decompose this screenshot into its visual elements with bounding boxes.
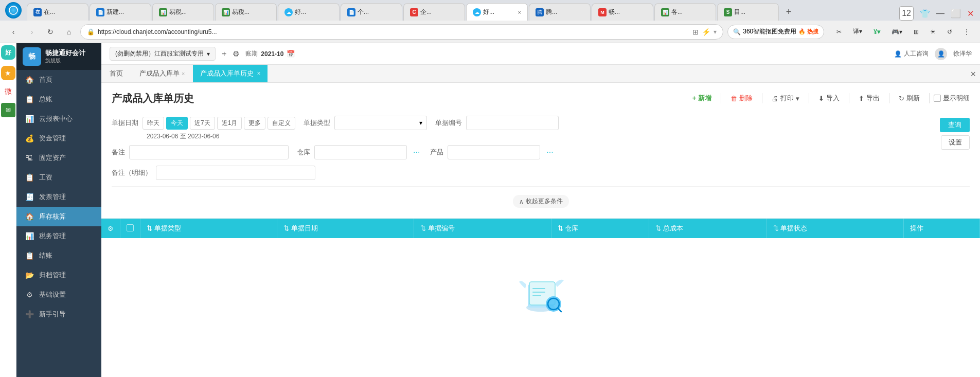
url-bar[interactable]: 🔒 https://cloud.chanjet.com/accounting/u… [80,24,723,40]
sidebar-item-inventory[interactable]: 🏠 库存核算 [16,207,101,226]
th-no[interactable]: ⇅ 单据编号 [414,219,551,238]
star-icon[interactable]: ★ [1,66,15,80]
remark-input[interactable] [129,145,289,159]
tab-1[interactable]: 在 在... [27,3,88,21]
th-total-cost[interactable]: ⇅ 总成本 [649,219,767,238]
sidebar-item-invoice[interactable]: 🧾 发票管理 [16,187,101,207]
apps-btn[interactable]: ⊞ [910,25,923,39]
weibo-icon[interactable]: 微 [1,84,15,99]
tab-8[interactable]: ☁ 好... × [466,3,528,21]
tab-9[interactable]: 腾 腾... [529,3,591,21]
rotate-back-btn[interactable]: ↺ [943,25,956,39]
tab-close-side-btn[interactable]: × [966,65,980,84]
sidebar-item-cloud-reports[interactable]: 📊 云报表中心 [16,109,101,129]
game-btn[interactable]: 🎮▾ [887,25,906,39]
sidebar-item-basic-settings[interactable]: ⚙ 基础设置 [16,285,101,304]
import-btn[interactable]: ⬇ 导入 [813,91,845,105]
browser-logo[interactable] [5,2,22,19]
translate-btn[interactable]: 译▾ [849,25,866,39]
forward-btn[interactable]: › [25,25,39,39]
date-btn-yesterday[interactable]: 昨天 [142,117,164,130]
export-btn[interactable]: ⬆ 导出 [853,91,885,105]
settings-btn[interactable]: ⋮ [959,25,974,39]
query-btn[interactable]: 查询 [940,118,970,132]
sidebar-item-payroll[interactable]: 📋 工资 [16,168,101,187]
home-btn[interactable]: ⌂ [62,25,76,39]
tab-11[interactable]: 📊 各... [654,3,716,21]
voucher-no-input[interactable] [466,116,559,130]
user-consult-btn[interactable]: 👤 人工咨询 [894,49,929,58]
search-box[interactable]: 🔍 360智能抠图免费用 🔥 热搜 [727,25,824,39]
date-btn-more[interactable]: 更多 [244,117,265,130]
add-company-btn[interactable]: + [222,49,226,59]
tab-counter[interactable]: 12 [899,6,914,21]
app-logo-icon[interactable]: 好 [1,45,15,60]
active-page-tab[interactable]: 产成品入库单历史 × [193,65,268,82]
product-dots[interactable]: ··· [544,148,555,157]
th-checkbox[interactable] [120,219,140,238]
refresh-btn[interactable]: ↻ 刷新 [894,91,925,105]
warehouse-input[interactable] [314,145,407,159]
brightness-btn[interactable]: ☀ [926,25,940,39]
company-selector[interactable]: (勿删勿禁用）江西服宝测试专用 ▾ [110,47,216,61]
active-tab-close-btn[interactable]: × [257,70,260,77]
sidebar-item-fixed-assets[interactable]: 🏗 固定资产 [16,148,101,168]
warehouse-dots[interactable]: ··· [411,148,422,157]
breadcrumb-list-tab[interactable]: 产成品入库单 × [131,65,193,82]
show-columns-toggle[interactable]: 显示明细 [934,94,970,103]
calendar-icon[interactable]: 📅 [287,50,295,58]
date-btn-1month[interactable]: 近1月 [217,117,242,130]
sidebar-item-checkout[interactable]: 📋 结账 [16,246,101,265]
scissors-btn[interactable]: ✂ [832,25,846,39]
select-all-checkbox[interactable] [127,224,134,231]
date-btn-7days[interactable]: 近7天 [190,117,215,130]
tab-3[interactable]: 📊 易税... [152,3,214,21]
date-btn-today[interactable]: 今天 [166,117,188,130]
th-type[interactable]: ⇅ 单据类型 [140,219,277,238]
tab-2[interactable]: 📄 新建... [90,3,151,21]
url-dropdown-icon[interactable]: ▾ [714,28,717,35]
th-date[interactable]: ⇅ 单据日期 [277,219,414,238]
back-btn[interactable]: ‹ [6,25,21,39]
collapse-btn[interactable]: ∧ 收起更多条件 [513,195,569,208]
topbar-settings-btn[interactable]: ⚙ [233,49,239,59]
sidebar-item-tax[interactable]: 📊 税务管理 [16,226,101,246]
tab-10[interactable]: M 畅... [592,3,653,21]
maximize-btn[interactable]: ⬜ [949,7,963,21]
breadcrumb-home-tab[interactable]: 首页 [101,65,131,82]
lightning-icon[interactable]: ⚡ [702,28,710,36]
th-status[interactable]: ⇅ 单据状态 [767,219,903,238]
sidebar-item-archive[interactable]: 📂 归档管理 [16,265,101,285]
th-settings[interactable]: ⚙ [101,219,120,238]
user-avatar[interactable]: 👤 [935,48,947,60]
sidebar-item-general[interactable]: 📋 总账 [16,89,101,109]
show-columns-checkbox[interactable] [934,95,941,102]
sidebar-item-home[interactable]: 🏠 首页 [16,70,101,89]
minimize-btn[interactable]: — [934,7,947,20]
sidebar-item-funds[interactable]: 💰 资金管理 [16,129,101,148]
grid-icon[interactable]: ⊞ [692,28,699,36]
list-tab-close-btn[interactable]: × [182,70,185,77]
date-btn-custom[interactable]: 自定义 [268,117,295,130]
tab-5[interactable]: ☁ 好... [278,3,340,21]
table-settings-icon[interactable]: ⚙ [108,225,114,232]
refresh-btn[interactable]: ↻ [43,25,58,39]
window-close-btn[interactable]: ✕ [965,7,976,21]
tab-7[interactable]: C 企... [403,3,465,21]
th-warehouse[interactable]: ⇅ 仓库 [551,219,649,238]
new-tab-btn[interactable]: + [780,3,797,21]
period-value[interactable]: 2021-10 [261,50,283,58]
product-input[interactable] [448,145,540,159]
tab-8-close[interactable]: × [518,9,521,15]
customize-btn[interactable]: 👕 [918,7,932,21]
filter-settings-btn[interactable]: 设置 [941,135,970,150]
tab-4[interactable]: 📊 易税... [215,3,277,21]
voucher-type-select[interactable]: ▾ [334,116,427,130]
tab-6[interactable]: 📄 个... [341,3,402,21]
remark-detail-input[interactable] [156,166,315,180]
new-btn[interactable]: + 新增 [687,91,717,105]
tab-12[interactable]: S 目... [717,3,779,21]
email-icon[interactable]: ✉ [1,103,15,117]
print-btn[interactable]: 🖨 打印 ▾ [767,91,805,105]
yuan-btn[interactable]: ¥▾ [869,25,884,39]
